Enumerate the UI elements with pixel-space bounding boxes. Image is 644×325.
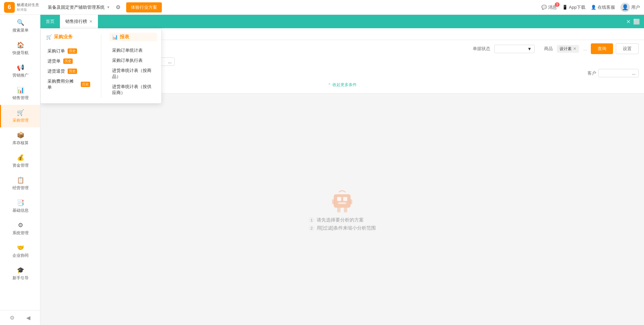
collapse-up-icon: ⌃ — [328, 83, 331, 87]
money-icon: 💰 — [17, 154, 24, 161]
menu-item-purchase-order[interactable]: 采购订单 历史 — [46, 46, 92, 56]
logo-line2: 标准版 — [17, 7, 39, 12]
svg-rect-4 — [332, 199, 335, 204]
topbar-right: 💬 消息 9 📱 App下载 👤 在线客服 👤 用户 — [541, 3, 640, 12]
user-area[interactable]: 👤 用户 — [620, 3, 640, 12]
message-badge: 9 — [555, 2, 560, 7]
document-icon: 📑 — [17, 199, 24, 206]
main-layout: 🔍 搜索菜单 🏠 快捷导航 📢 营销推广 📊 销售管理 🛒 采购管理 📦 库存核… — [0, 15, 644, 325]
graduation-icon: 🎓 — [17, 267, 24, 274]
svg-rect-0 — [334, 194, 351, 208]
home-icon: 🏠 — [17, 41, 24, 49]
system-name[interactable]: 装备及固定资产辅助管理系统 ▼ — [48, 4, 110, 10]
menu-item-purchase-cost[interactable]: 采购费用分摊单 历史 — [46, 76, 92, 92]
phone-icon: 📱 — [562, 5, 568, 10]
hist-badge-2: 历史 — [68, 69, 77, 74]
sidebar-item-search[interactable]: 🔍 搜索菜单 — [0, 15, 40, 37]
hist-badge-3: 历史 — [81, 82, 90, 87]
tab-home[interactable]: 首页 — [40, 15, 60, 28]
filter-actions: 查询 设置 — [591, 43, 639, 54]
sidebar-item-quick-nav[interactable]: 🏠 快捷导航 — [0, 37, 40, 60]
content-area: 首页 销售排行榜 ✕ ✕ ⬜ ❓ 帮助 🖨 按模板打印 ▼ ↗ — [40, 15, 644, 325]
menu-item-report-order-stat[interactable]: 采购订单统计表 — [111, 45, 156, 55]
sidebar-item-basic[interactable]: 📑 基础信息 — [0, 195, 40, 217]
menu-item-report-inbound-supplier[interactable]: 进货单统计表（按供应商） — [111, 82, 156, 98]
sidebar-item-sales[interactable]: 📊 销售管理 — [0, 82, 40, 105]
empty-svg — [325, 188, 359, 214]
bill-status-select[interactable]: ▼ — [494, 45, 535, 53]
goods-tag: 设计素 ✕ — [557, 45, 579, 53]
hint-item-1: 1 请先选择要分析的方案 — [309, 217, 376, 223]
goods-label: 商品 — [544, 46, 553, 52]
salesperson-arrow: ... — [168, 59, 172, 64]
industry-btn[interactable]: 体验行业方案 — [126, 2, 162, 12]
goods-tag-remove[interactable]: ✕ — [573, 46, 576, 51]
menu-item-report-order-exec[interactable]: 采购订单执行表 — [111, 55, 156, 66]
sidebar-item-operation[interactable]: 📋 经营管理 — [0, 172, 40, 195]
sidebar-bottom: ⚙ ◀ — [0, 310, 40, 325]
report-section: 📊 报表 采购订单统计表 采购订单执行表 进货单统计表（按商品） 进货单统计表（… — [111, 34, 156, 98]
report-section-title: 📊 报表 — [109, 33, 157, 41]
search-icon: 🔍 — [17, 19, 24, 26]
tabbar-right-controls: ✕ ⬜ — [626, 18, 644, 25]
box-icon: 📦 — [17, 131, 24, 139]
handshake-icon: 🤝 — [17, 244, 24, 251]
sidebar: 🔍 搜索菜单 🏠 快捷导航 📢 营销推广 📊 销售管理 🛒 采购管理 📦 库存核… — [0, 15, 40, 325]
topbar: 6 畅通道好生意 标准版 装备及固定资产辅助管理系统 ▼ ⚙ 体验行业方案 💬 … — [0, 0, 644, 15]
tab-sales-rank[interactable]: 销售排行榜 ✕ — [60, 15, 98, 28]
sidebar-item-newbie[interactable]: 🎓 新手引导 — [0, 262, 40, 285]
collapse-sidebar-icon[interactable]: ◀ — [26, 315, 30, 321]
purchase-section: 🛒 采购业务 采购订单 历史 进货单 历史 进货退货 历史 采购费用分摊单 — [46, 34, 92, 98]
menu-divider — [101, 34, 101, 98]
tabbar: 首页 销售排行榜 ✕ ✕ ⬜ — [40, 15, 644, 28]
bill-status-arrow: ▼ — [527, 46, 532, 51]
svg-rect-1 — [337, 197, 341, 201]
sidebar-item-purchase[interactable]: 🛒 采购管理 — [0, 105, 40, 127]
sidebar-item-system[interactable]: ⚙ 系统管理 — [0, 217, 40, 240]
clipboard-icon: 📋 — [17, 176, 24, 184]
gear-icon[interactable]: ⚙ — [113, 3, 123, 12]
set-btn[interactable]: 设置 — [616, 43, 639, 54]
tab-maximize-icon[interactable]: ⬜ — [633, 18, 640, 25]
settings-icon: ⚙ — [18, 221, 23, 229]
cart-icon: 🛒 — [17, 109, 24, 116]
report-menu-icon: 📊 — [112, 34, 118, 40]
hist-badge-1: 历史 — [63, 58, 73, 64]
goods-more-icon[interactable]: ... — [583, 46, 587, 51]
service-icon: 👤 — [591, 5, 596, 10]
system-dropdown-arrow: ▼ — [107, 5, 110, 9]
bill-status-label: 单据状态 — [473, 46, 490, 52]
logo-line1: 畅通道好生意 — [17, 2, 39, 7]
tab-close-icon[interactable]: ✕ — [89, 19, 93, 24]
logo-icon: 6 — [4, 2, 15, 13]
sidebar-item-marketing[interactable]: 📢 营销推广 — [0, 60, 40, 82]
hint-item-2: 2 用[过滤]条件来缩小分析范围 — [309, 225, 376, 231]
query-btn[interactable]: 查询 — [591, 43, 613, 54]
sidebar-item-enterprise[interactable]: 🤝 企业协同 — [0, 240, 40, 262]
menu-item-inbound-return[interactable]: 进货退货 历史 — [46, 66, 92, 76]
sidebar-item-finance[interactable]: 💰 资金管理 — [0, 150, 40, 172]
chart-icon: 📊 — [17, 86, 24, 94]
tab-close-all-icon[interactable]: ✕ — [626, 18, 631, 25]
settings-bottom-icon[interactable]: ⚙ — [10, 315, 14, 321]
svg-rect-7 — [344, 208, 347, 212]
menu-item-report-inbound-goods[interactable]: 进货单统计表（按商品） — [111, 66, 156, 82]
message-icon: 💬 — [541, 5, 547, 10]
sidebar-item-inventory[interactable]: 📦 库存核算 — [0, 127, 40, 150]
empty-state: 1 请先选择要分析的方案 2 用[过滤]条件来缩小分析范围 — [40, 93, 644, 325]
logo-area: 6 畅通道好生意 标准版 — [4, 2, 44, 13]
svg-rect-6 — [337, 208, 341, 212]
purchase-section-title: 🛒 采购业务 — [46, 34, 92, 42]
svg-rect-5 — [350, 199, 352, 204]
message-btn[interactable]: 💬 消息 9 — [541, 4, 557, 10]
customer-select[interactable]: ... — [598, 69, 639, 77]
app-download-btn[interactable]: 📱 App下载 — [562, 4, 585, 10]
svg-rect-2 — [343, 197, 347, 201]
avatar: 👤 — [620, 3, 630, 12]
customer-arrow: ... — [632, 71, 636, 76]
svg-rect-3 — [338, 202, 346, 204]
megaphone-icon: 📢 — [17, 64, 24, 71]
online-service-btn[interactable]: 👤 在线客服 — [591, 4, 615, 10]
menu-item-inbound[interactable]: 进货单 历史 — [46, 56, 92, 66]
purchase-menu-icon: 🛒 — [46, 34, 52, 40]
